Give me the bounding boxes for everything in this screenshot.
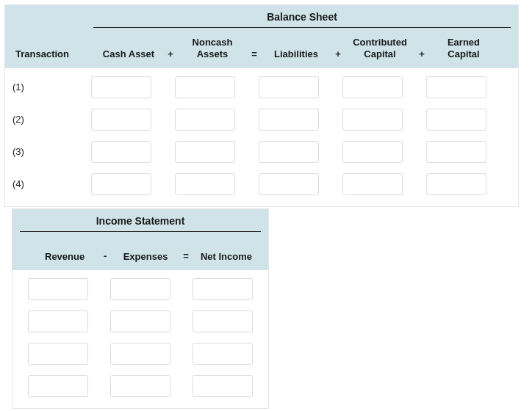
income-statement-panel: Income Statement Revenue - Expenses = Ne… bbox=[12, 208, 269, 409]
balance-sheet-panel: Balance Sheet Transaction Cash Asset + N… bbox=[4, 4, 519, 207]
earned-capital-input[interactable] bbox=[426, 173, 486, 195]
col-contributed-capital: Contributed Capital bbox=[345, 35, 415, 64]
op-minus: - bbox=[99, 250, 111, 266]
col-revenue: Revenue bbox=[30, 250, 99, 266]
col-transaction: Transaction bbox=[12, 47, 93, 63]
cash-asset-input[interactable] bbox=[91, 76, 151, 98]
row-label: (4) bbox=[10, 178, 86, 189]
op-equals: = bbox=[248, 48, 261, 64]
net-income-input[interactable] bbox=[193, 375, 253, 397]
cash-asset-input[interactable] bbox=[91, 109, 151, 131]
col-earned-capital: Earned Capital bbox=[428, 35, 499, 64]
earned-capital-input[interactable] bbox=[426, 76, 486, 98]
col-contrib-l1: Contributed bbox=[345, 37, 415, 48]
cash-asset-input[interactable] bbox=[91, 173, 151, 195]
income-statement-rule bbox=[20, 231, 261, 232]
contributed-capital-input[interactable] bbox=[342, 109, 403, 131]
balance-sheet-header: Balance Sheet Transaction Cash Asset + N… bbox=[5, 5, 518, 68]
row-label: (3) bbox=[10, 146, 86, 157]
balance-sheet-title: Balance Sheet bbox=[93, 11, 511, 27]
table-row: (3) bbox=[10, 136, 514, 168]
table-row: (1) bbox=[10, 71, 514, 103]
earned-capital-input[interactable] bbox=[426, 109, 486, 131]
op-plus: + bbox=[415, 48, 428, 64]
revenue-input[interactable] bbox=[28, 278, 88, 300]
table-row bbox=[17, 273, 264, 305]
contributed-capital-input[interactable] bbox=[342, 173, 403, 195]
liabilities-input[interactable] bbox=[259, 141, 319, 163]
revenue-input[interactable] bbox=[28, 375, 88, 397]
net-income-input[interactable] bbox=[193, 310, 253, 332]
col-noncash-assets: Noncash Assets bbox=[177, 35, 248, 64]
earned-capital-input[interactable] bbox=[426, 141, 486, 163]
balance-sheet-columns: Transaction Cash Asset + Noncash Assets … bbox=[12, 35, 511, 64]
op-plus: + bbox=[331, 48, 345, 64]
col-earned-l2: Capital bbox=[428, 48, 499, 60]
income-statement-columns: Revenue - Expenses = Net Income bbox=[20, 250, 261, 266]
noncash-assets-input[interactable] bbox=[175, 76, 235, 98]
col-net-income: Net Income bbox=[192, 250, 261, 266]
income-statement-body bbox=[12, 270, 268, 408]
contributed-capital-input[interactable] bbox=[342, 141, 403, 163]
col-noncash-l2: Assets bbox=[177, 48, 248, 60]
col-noncash-l1: Noncash bbox=[177, 37, 248, 48]
col-contrib-l2: Capital bbox=[345, 48, 415, 60]
net-income-input[interactable] bbox=[193, 278, 253, 300]
liabilities-input[interactable] bbox=[259, 173, 319, 195]
table-row: (4) bbox=[10, 168, 514, 200]
op-plus: + bbox=[164, 48, 177, 64]
balance-sheet-body: (1) (2) (3) bbox=[5, 68, 518, 206]
expenses-input[interactable] bbox=[110, 343, 170, 365]
liabilities-input[interactable] bbox=[259, 109, 319, 131]
table-row bbox=[17, 305, 264, 338]
cash-asset-input[interactable] bbox=[91, 141, 151, 163]
col-earned-l1: Earned bbox=[428, 37, 499, 48]
noncash-assets-input[interactable] bbox=[175, 173, 235, 195]
op-equals: = bbox=[180, 250, 192, 266]
liabilities-input[interactable] bbox=[259, 76, 319, 98]
row-label: (1) bbox=[10, 81, 86, 92]
revenue-input[interactable] bbox=[28, 310, 88, 332]
income-statement-title: Income Statement bbox=[20, 215, 261, 231]
contributed-capital-input[interactable] bbox=[342, 76, 403, 98]
revenue-input[interactable] bbox=[28, 343, 88, 365]
noncash-assets-input[interactable] bbox=[175, 141, 235, 163]
row-label: (2) bbox=[10, 114, 86, 125]
expenses-input[interactable] bbox=[110, 310, 170, 332]
expenses-input[interactable] bbox=[110, 375, 170, 397]
noncash-assets-input[interactable] bbox=[175, 109, 235, 131]
expenses-input[interactable] bbox=[110, 278, 170, 300]
col-cash-asset: Cash Asset bbox=[93, 47, 164, 63]
table-row: (2) bbox=[10, 103, 514, 136]
table-row bbox=[17, 370, 264, 402]
col-liabilities: Liabilities bbox=[261, 47, 331, 63]
net-income-input[interactable] bbox=[193, 343, 253, 365]
col-expenses: Expenses bbox=[111, 250, 180, 266]
balance-sheet-rule bbox=[93, 27, 511, 28]
income-statement-header: Income Statement Revenue - Expenses = Ne… bbox=[12, 209, 268, 270]
table-row bbox=[17, 338, 264, 370]
